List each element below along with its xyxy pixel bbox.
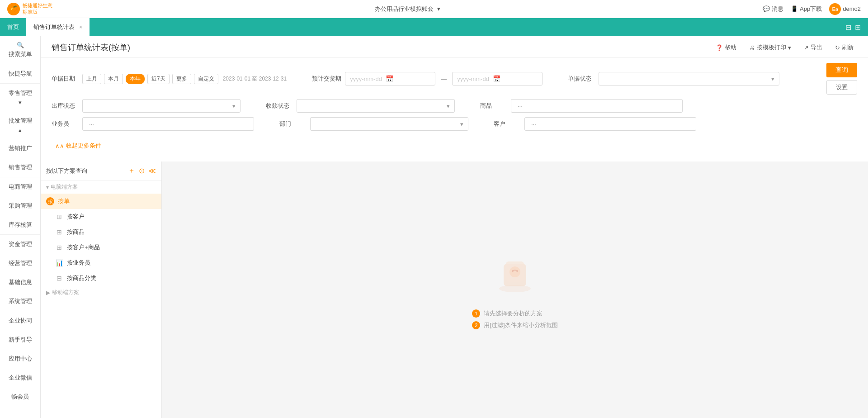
sidebar-item-search[interactable]: 🔍 搜索菜单 bbox=[0, 36, 40, 64]
goods-input[interactable]: ··· bbox=[511, 99, 683, 113]
sidebar-item-system[interactable]: 系统管理 bbox=[0, 292, 40, 311]
pay-status-section: 收款状态 ▾ bbox=[266, 99, 455, 113]
customer-dots-icon[interactable]: ··· bbox=[531, 121, 536, 128]
out-status-arrow: ▾ bbox=[232, 103, 236, 109]
user-menu[interactable]: Ea demo2 bbox=[829, 3, 861, 15]
export-icon: ↗ bbox=[804, 44, 809, 51]
staff-input[interactable]: ··· bbox=[82, 117, 254, 131]
sidebar-item-finance[interactable]: 资金管理 bbox=[0, 235, 40, 254]
collapse-left-icon[interactable]: ≪ bbox=[148, 166, 156, 175]
staff-section: 业务员 ··· bbox=[52, 117, 254, 131]
sidebar-item-sales[interactable]: 销售管理 bbox=[0, 158, 40, 177]
out-status-select[interactable]: ▾ bbox=[82, 99, 241, 113]
avatar: Ea bbox=[829, 3, 841, 15]
tree-item-by-customer-goods[interactable]: ⊞ 按客户+商品 bbox=[41, 240, 161, 255]
predicted-date-end[interactable]: yyyy-mm-dd 📅 bbox=[452, 72, 542, 86]
setting-button[interactable]: 设置 bbox=[826, 80, 857, 95]
sidebar-item-operations[interactable]: 经营管理 bbox=[0, 254, 40, 273]
date-buttons: 上月 本月 本年 近7天 更多 自定义 2023-01-01 至 2023-12… bbox=[82, 74, 287, 84]
sidebar-item-purchase[interactable]: 采购管理 bbox=[0, 196, 40, 215]
date-btn-more[interactable]: 更多 bbox=[172, 74, 191, 84]
left-panel: 按以下方案查询 ＋ ⊙ ≪ ▾ 电脑端方案 按 按单 bbox=[41, 162, 162, 418]
app-download-btn[interactable]: 📱 App下载 bbox=[791, 5, 822, 13]
tree-active-icon: 按 bbox=[46, 197, 54, 205]
sidebar-item-enterprise-wechat[interactable]: 企业微信 bbox=[0, 368, 40, 387]
customer-input[interactable]: ··· bbox=[524, 117, 696, 131]
goods-dots-icon[interactable]: ··· bbox=[518, 103, 523, 109]
tree-item-by-staff[interactable]: 📊 按业务员 bbox=[41, 255, 161, 271]
action-btns: 查询 设置 bbox=[826, 63, 857, 95]
query-button[interactable]: 查询 bbox=[826, 63, 857, 77]
tree-item-by-goods[interactable]: ⊞ 按商品 bbox=[41, 224, 161, 240]
tree-sub-icon-1: ⊞ bbox=[55, 213, 63, 220]
dept-arrow: ▾ bbox=[460, 121, 463, 128]
pay-status-label: 收款状态 bbox=[266, 102, 293, 110]
pay-status-select[interactable]: ▾ bbox=[297, 99, 455, 113]
message-btn[interactable]: 💬 消息 bbox=[763, 5, 783, 13]
collapse-btn[interactable]: ∧∧ 收起更多条件 bbox=[52, 138, 857, 153]
top-bar: 🍊 畅捷通好生意 标准版 办公用品行业模拟账套 ▾ 💬 消息 📱 App下载 E… bbox=[0, 0, 868, 18]
empty-hint-1: 1 请先选择要分析的方案 bbox=[472, 309, 557, 318]
sidebar-item-ecommerce[interactable]: 电商管理 bbox=[0, 177, 40, 196]
calendar-start-icon[interactable]: 📅 bbox=[386, 75, 393, 82]
sidebar-item-member[interactable]: 畅会员 bbox=[0, 387, 40, 406]
sidebar-item-wholesale[interactable]: 批发管理 ▴ bbox=[0, 111, 40, 139]
sidebar-item-enterprise[interactable]: 企业协同 bbox=[0, 311, 40, 330]
empty-state: 1 请先选择要分析的方案 2 用[过滤]条件来缩小分析范围 bbox=[162, 162, 868, 418]
top-bar-left: 🍊 畅捷通好生意 标准版 bbox=[7, 3, 52, 15]
predicted-date-start[interactable]: yyyy-mm-dd 📅 bbox=[345, 72, 435, 86]
dropdown-icon[interactable]: ▾ bbox=[437, 5, 440, 12]
print-dropdown-icon: ▾ bbox=[788, 44, 791, 51]
help-btn[interactable]: ❓ 帮助 bbox=[712, 42, 740, 53]
filter-area: 单据日期 上月 本月 本年 近7天 更多 自定义 2023-01-01 至 20… bbox=[41, 57, 868, 162]
print-icon: 🖨 bbox=[749, 44, 755, 51]
hint-num-1: 1 bbox=[472, 309, 480, 318]
pay-status-arrow: ▾ bbox=[447, 103, 450, 109]
sidebar-item-quick-nav[interactable]: 快捷导航 bbox=[0, 64, 40, 83]
tree-sub-icon-5: ⊟ bbox=[55, 275, 63, 282]
left-panel-title: 按以下方案查询 bbox=[46, 167, 87, 175]
status-select[interactable]: ▾ bbox=[599, 72, 779, 86]
split-layout: 按以下方案查询 ＋ ⊙ ≪ ▾ 电脑端方案 按 按单 bbox=[41, 162, 868, 418]
sidebar-item-inventory[interactable]: 库存核算 bbox=[0, 215, 40, 234]
goods-label: 商品 bbox=[480, 102, 507, 110]
maximize-icon[interactable]: ⊞ bbox=[855, 23, 861, 32]
tree-item-by-order[interactable]: 按 按单 bbox=[41, 194, 161, 209]
dept-select[interactable]: ▾ bbox=[310, 117, 468, 131]
date-btn-custom[interactable]: 自定义 bbox=[194, 74, 218, 84]
nav-tabs: 首页 销售订单统计表 × ⊟ ⊞ bbox=[0, 18, 868, 36]
export-btn[interactable]: ↗ 导出 bbox=[800, 42, 826, 53]
tree-sub-icon-3: ⊞ bbox=[55, 244, 63, 251]
right-panel: 1 请先选择要分析的方案 2 用[过滤]条件来缩小分析范围 bbox=[162, 162, 868, 418]
sidebar-item-marketing[interactable]: 营销推广 bbox=[0, 139, 40, 158]
status-label: 单据状态 bbox=[568, 75, 595, 83]
tree-item-by-goods-category[interactable]: ⊟ 按商品分类 bbox=[41, 271, 161, 286]
date-btn-this-month[interactable]: 本月 bbox=[104, 74, 123, 84]
tree-sub-icon-2: ⊞ bbox=[55, 228, 63, 236]
page-actions: ❓ 帮助 🖨 按模板打印 ▾ ↗ 导出 ↻ 刷新 bbox=[712, 42, 857, 53]
help-icon: ❓ bbox=[716, 44, 723, 51]
status-filter-section: 单据状态 ▾ bbox=[568, 72, 779, 86]
date-btn-last-month[interactable]: 上月 bbox=[82, 74, 101, 84]
calendar-end-icon[interactable]: 📅 bbox=[493, 75, 500, 82]
tab-current[interactable]: 销售订单统计表 × bbox=[26, 18, 90, 36]
date-btn-7days[interactable]: 近7天 bbox=[147, 74, 170, 84]
minimize-icon[interactable]: ⊟ bbox=[845, 23, 851, 32]
sidebar-item-guide[interactable]: 新手引导 bbox=[0, 330, 40, 349]
sidebar-item-basic[interactable]: 基础信息 bbox=[0, 273, 40, 292]
tab-home[interactable]: 首页 bbox=[0, 18, 26, 36]
staff-dots-icon[interactable]: ··· bbox=[89, 121, 94, 128]
refresh-btn[interactable]: ↻ 刷新 bbox=[831, 42, 857, 53]
sidebar-item-app-center[interactable]: 应用中心 bbox=[0, 349, 40, 368]
tree-item-by-customer[interactable]: ⊞ 按客户 bbox=[41, 209, 161, 224]
date-filter-section: 单据日期 上月 本月 本年 近7天 更多 自定义 2023-01-01 至 20… bbox=[52, 74, 287, 84]
download-icon: 📱 bbox=[791, 5, 798, 12]
out-status-section: 出库状态 ▾ bbox=[52, 99, 241, 113]
date-btn-this-year[interactable]: 本年 bbox=[126, 74, 145, 84]
tab-close-icon[interactable]: × bbox=[79, 24, 82, 30]
sidebar-item-retail[interactable]: 零售管理 ▾ bbox=[0, 84, 40, 111]
settings-icon[interactable]: ⊙ bbox=[139, 166, 145, 175]
add-icon[interactable]: ＋ bbox=[128, 166, 135, 176]
page-title: 销售订单统计表(按单) bbox=[52, 42, 130, 53]
print-btn[interactable]: 🖨 按模板打印 ▾ bbox=[745, 42, 795, 53]
